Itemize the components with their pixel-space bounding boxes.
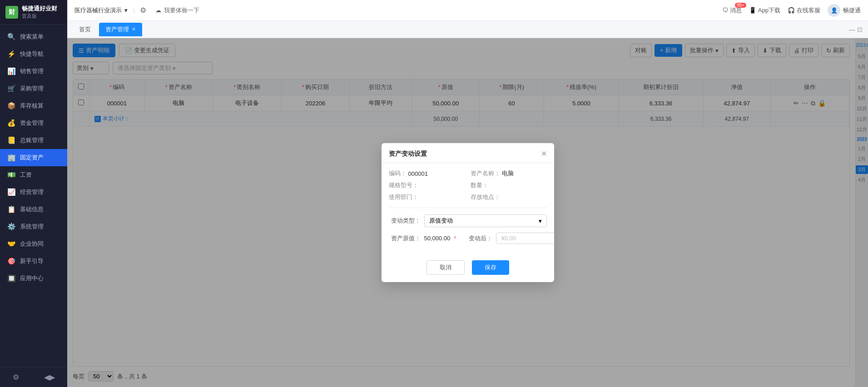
app-download-button[interactable]: 📱 App下载 [749, 6, 780, 15]
user-menu[interactable]: 👤 畅捷通 [828, 4, 861, 17]
messages-button[interactable]: 🗨 消息 99+ [722, 6, 742, 15]
system-icon: ⚙️ [7, 223, 15, 231]
dialog-asset-name-item: 资产名称： 电脑 [471, 169, 547, 178]
sidebar-item-label: 总账管理 [20, 136, 44, 144]
collapse-button[interactable]: ◀▶ [40, 371, 59, 383]
logo-text: 畅捷通好业财 普及版 [22, 5, 57, 20]
asset-value-value: 50,000.00 [424, 235, 451, 242]
dialog-title: 资产变动设置 [389, 150, 427, 158]
sidebar-item-label: 采购管理 [20, 84, 44, 93]
sidebar: 财 畅捷通好业财 普及版 🔍 搜索菜单 ⚡ 快捷导航 📊 销售管理 🛒 采购管理… [0, 0, 67, 387]
purchase-icon: 🛒 [7, 84, 15, 93]
quick-nav-icon: ⚡ [7, 50, 15, 58]
sidebar-item-finance[interactable]: 💰 资金管理 [0, 114, 67, 132]
cancel-button[interactable]: 取消 [427, 260, 465, 275]
dialog-body: 编码： 000001 资产名称： 电脑 规格型号： 数量： [382, 163, 554, 256]
sidebar-item-quick-nav[interactable]: ⚡ 快捷导航 [0, 45, 67, 63]
sidebar-item-label: 销售管理 [20, 67, 44, 75]
settings-icon[interactable]: ⚙ [140, 6, 146, 15]
asset-change-dialog: 资产变动设置 ✕ 编码： 000001 资产名称： 电脑 [382, 143, 554, 282]
asset-name-label: 资产名称： [471, 169, 500, 178]
sidebar-nav: 🔍 搜索菜单 ⚡ 快捷导航 📊 销售管理 🛒 采购管理 📦 库存核算 💰 资金管… [0, 25, 67, 367]
save-button[interactable]: 保存 [472, 260, 509, 275]
sidebar-item-coop[interactable]: 🤝 企业协同 [0, 235, 67, 253]
user-name: 畅捷通 [843, 6, 861, 15]
sidebar-item-system[interactable]: ⚙️ 系统管理 [0, 218, 67, 235]
sidebar-item-payroll[interactable]: 💵 工资 [0, 166, 67, 184]
tab-close-icon[interactable]: ✕ [132, 26, 136, 32]
change-type-label: 变动类型： [389, 217, 421, 225]
sidebar-item-operations[interactable]: 📈 经营管理 [0, 184, 67, 201]
dialog-code-item: 编码： 000001 [389, 169, 465, 178]
settings-button[interactable]: ⚙ [9, 371, 23, 383]
dept-label: 使用部门： [389, 193, 418, 201]
dialog-info-grid: 编码： 000001 资产名称： 电脑 规格型号： 数量： [389, 169, 547, 208]
tab-asset-mgmt[interactable]: 资产管理 ✕ [99, 23, 142, 36]
dialog-close-icon[interactable]: ✕ [541, 149, 547, 158]
sales-icon: 📊 [7, 67, 15, 75]
operations-icon: 📈 [7, 188, 15, 196]
search-icon: 🔍 [7, 33, 15, 41]
app-subtitle: 普及版 [22, 13, 57, 20]
basic-info-icon: 📋 [7, 205, 15, 213]
sidebar-item-label: 固定资产 [20, 154, 44, 162]
sidebar-item-purchase[interactable]: 🛒 采购管理 [0, 80, 67, 97]
sidebar-item-ledger[interactable]: 📒 总账管理 [0, 132, 67, 149]
tab-home-label: 首页 [79, 25, 91, 34]
code-value: 000001 [408, 170, 428, 177]
dialog-header: 资产变动设置 ✕ [382, 143, 554, 163]
sidebar-item-fixed-assets[interactable]: 🏢 固定资产 [0, 149, 67, 166]
change-type-select[interactable]: 原值变动 ▾ [424, 214, 547, 227]
window-maximize-icon[interactable]: ⊡ [857, 26, 863, 33]
message-icon: 🗨 [722, 7, 728, 14]
avatar: 👤 [828, 4, 840, 17]
dialog-location-item: 存放地点： [471, 193, 547, 201]
inventory-icon: 📦 [7, 102, 15, 110]
asset-name-value: 电脑 [502, 169, 514, 178]
page-area: ☰ 资产明细 📄 变更生成凭证 对账 + 新增 [67, 38, 868, 387]
finance-icon: 💰 [7, 119, 15, 127]
sidebar-item-label: 库存核算 [20, 102, 44, 110]
dialog-spec-item: 规格型号： [389, 181, 465, 189]
company-selector[interactable]: 医疗器械行业演示 ▾ [74, 6, 128, 15]
ledger-icon: 📒 [7, 136, 15, 144]
download-icon: 📱 [749, 7, 756, 14]
fixed-assets-icon: 🏢 [7, 154, 15, 162]
tab-bar: 首页 资产管理 ✕ — ⊡ [67, 21, 868, 38]
tab-home[interactable]: 首页 [73, 23, 97, 36]
sidebar-item-inventory[interactable]: 📦 库存核算 [0, 97, 67, 114]
change-type-value: 原值变动 [429, 217, 453, 225]
sidebar-item-basic-info[interactable]: 📋 基础信息 [0, 201, 67, 218]
after-change-input[interactable] [496, 233, 554, 244]
dialog-dept-item: 使用部门： [389, 193, 465, 201]
sidebar-item-label: 系统管理 [20, 223, 44, 231]
sidebar-item-search[interactable]: 🔍 搜索菜单 [0, 28, 67, 45]
tab-asset-mgmt-label: 资产管理 [105, 25, 129, 34]
online-service-label: 在线客服 [797, 6, 820, 15]
sidebar-item-guide[interactable]: 🎯 新手引导 [0, 253, 67, 270]
sidebar-item-sales[interactable]: 📊 销售管理 [0, 63, 67, 80]
company-name: 医疗器械行业演示 [74, 6, 122, 15]
dialog-overlay: 资产变动设置 ✕ 编码： 000001 资产名称： 电脑 [67, 38, 868, 387]
sidebar-item-label: 快捷导航 [20, 50, 44, 58]
chevron-down-icon: ▾ [539, 218, 542, 224]
asset-value-label: 资产原值： [389, 234, 421, 243]
sidebar-item-app-center[interactable]: 🔲 应用中心 [0, 270, 67, 287]
app-download-label: App下载 [758, 6, 780, 15]
logo-icon: 财 [5, 6, 18, 19]
sidebar-bottom: ⚙ ◀▶ [0, 367, 67, 387]
sidebar-item-label: 新手引导 [20, 257, 44, 265]
experience-button[interactable]: ☁ 我要体验一下 [155, 6, 199, 15]
window-minimize-icon[interactable]: — [849, 26, 855, 33]
sidebar-item-label: 资金管理 [20, 119, 44, 127]
sidebar-item-label: 企业协同 [20, 240, 44, 248]
spec-label: 规格型号： [389, 181, 418, 189]
sidebar-item-label: 搜索菜单 [20, 33, 44, 41]
sidebar-item-label: 应用中心 [20, 274, 44, 283]
sidebar-logo: 财 畅捷通好业财 普及版 [0, 0, 67, 25]
dialog-footer: 取消 保存 [382, 256, 554, 282]
top-header: 医疗器械行业演示 ▾ | ⚙ ☁ 我要体验一下 🗨 消息 99+ 📱 App下载… [67, 0, 868, 21]
online-service-button[interactable]: 🎧 在线客服 [788, 6, 820, 15]
sidebar-item-label: 经营管理 [20, 188, 44, 196]
code-label: 编码： [389, 169, 407, 178]
